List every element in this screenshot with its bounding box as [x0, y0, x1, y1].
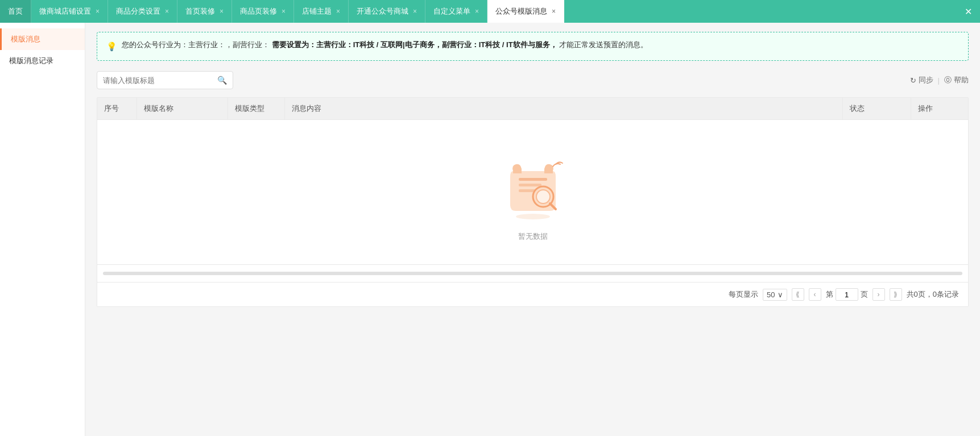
help-icon: ⓪ [944, 75, 952, 85]
tab-store-theme[interactable]: 店铺主题× [294, 0, 349, 23]
page-size-select[interactable]: 50 ∨ [763, 289, 787, 301]
empty-illustration [499, 154, 567, 222]
table-wrap: 序号 模版名称 模版类型 消息内容 状态 操作 [97, 97, 969, 307]
divider: | [938, 76, 940, 85]
table-header: 序号 模版名称 模版类型 消息内容 状态 操作 [97, 98, 968, 120]
sidebar: 模版消息模版消息记录 [0, 23, 85, 436]
notice-box: 💡 您的公众号行业为：主营行业：，副营行业： 需要设置为：主营行业：IT科技 /… [97, 32, 969, 61]
page-number-input[interactable] [836, 288, 858, 301]
empty-text: 暂无数据 [518, 231, 548, 242]
svg-point-5 [536, 190, 550, 204]
tab-product-decor[interactable]: 商品页装修× [232, 0, 294, 23]
tab-open-mall[interactable]: 开通公众号商城× [349, 0, 425, 23]
lightbulb-icon: 💡 [106, 40, 117, 53]
col-action: 操作 [911, 98, 968, 119]
tab-template-msg[interactable]: 公众号模版消息× [487, 0, 564, 23]
horizontal-scrollbar[interactable] [103, 272, 962, 275]
chevron-down-icon: ∨ [778, 290, 783, 299]
next-page-button[interactable]: › [873, 288, 885, 301]
tab-custom-menu[interactable]: 自定义菜单× [425, 0, 487, 23]
sync-icon: ↻ [910, 76, 916, 85]
col-status: 状态 [843, 98, 911, 119]
main-layout: 模版消息模版消息记录 💡 您的公众号行业为：主营行业：，副营行业： 需要设置为：… [0, 23, 980, 436]
search-bar: 🔍 ↻ 同步 | ⓪ 帮助 [97, 71, 969, 89]
sync-button[interactable]: ↻ 同步 [910, 75, 933, 85]
page-size-value: 50 [767, 290, 775, 299]
tab-close-custom-menu[interactable]: × [475, 7, 479, 15]
search-actions: ↻ 同步 | ⓪ 帮助 [910, 75, 969, 85]
help-button[interactable]: ⓪ 帮助 [944, 75, 969, 85]
tab-close-home-decor[interactable]: × [220, 7, 224, 15]
prev-page-button[interactable]: ‹ [809, 288, 821, 301]
col-type: 模版类型 [228, 98, 285, 119]
tab-close-product-decor[interactable]: × [282, 7, 286, 15]
tab-category[interactable]: 商品分类设置× [108, 0, 177, 23]
first-page-button[interactable]: ⟪ [792, 288, 804, 301]
search-input[interactable] [103, 76, 217, 85]
tab-close-template-msg[interactable]: × [552, 7, 556, 15]
col-content: 消息内容 [285, 98, 843, 119]
page-input-area: 第 页 [826, 288, 868, 301]
svg-point-0 [516, 214, 550, 219]
svg-rect-2 [519, 184, 541, 186]
help-label: 帮助 [954, 75, 969, 85]
search-input-wrap[interactable]: 🔍 [97, 71, 233, 89]
page-total: 共0页，0条记录 [907, 289, 959, 300]
tab-home-decor[interactable]: 首页装修× [177, 0, 232, 23]
tab-close-category[interactable]: × [165, 7, 169, 15]
col-name: 模版名称 [137, 98, 228, 119]
tab-micro-shop[interactable]: 微商城店铺设置× [31, 0, 108, 23]
svg-rect-1 [519, 178, 547, 181]
col-index: 序号 [97, 98, 137, 119]
global-close-button[interactable]: ✕ [957, 6, 980, 17]
tab-bar: 首页微商城店铺设置×商品分类设置×首页装修×商品页装修×店铺主题×开通公众号商城… [0, 0, 980, 23]
tab-close-open-mall[interactable]: × [413, 7, 417, 15]
notice-highlight: 需要设置为：主营行业：IT科技 / 互联网|电子商务，副营行业：IT科技 / I… [272, 40, 557, 49]
tab-close-store-theme[interactable]: × [336, 7, 340, 15]
notice-suffix: 才能正常发送预置的消息。 [559, 40, 648, 49]
sidebar-item-template-record[interactable]: 模版消息记录 [0, 50, 85, 72]
last-page-button[interactable]: ⟫ [890, 288, 902, 301]
pagination: 每页显示 50 ∨ ⟪ ‹ 第 页 › [97, 282, 968, 306]
search-icon[interactable]: 🔍 [217, 76, 227, 85]
sidebar-item-template-msg[interactable]: 模版消息 [0, 28, 85, 50]
tab-home[interactable]: 首页 [0, 0, 31, 23]
empty-state: 暂无数据 [97, 120, 968, 264]
goto-prefix: 第 [826, 289, 833, 300]
tab-close-micro-shop[interactable]: × [96, 7, 100, 15]
content-area: 💡 您的公众号行业为：主营行业：，副营行业： 需要设置为：主营行业：IT科技 /… [85, 23, 980, 436]
page-size-label: 每页显示 [729, 289, 758, 300]
notice-prefix: 您的公众号行业为：主营行业：，副营行业： [122, 40, 270, 49]
scrollbar-area[interactable] [97, 264, 968, 282]
goto-suffix: 页 [861, 289, 868, 300]
notice-text: 您的公众号行业为：主营行业：，副营行业： 需要设置为：主营行业：IT科技 / 互… [122, 39, 648, 51]
sync-label: 同步 [919, 75, 933, 85]
